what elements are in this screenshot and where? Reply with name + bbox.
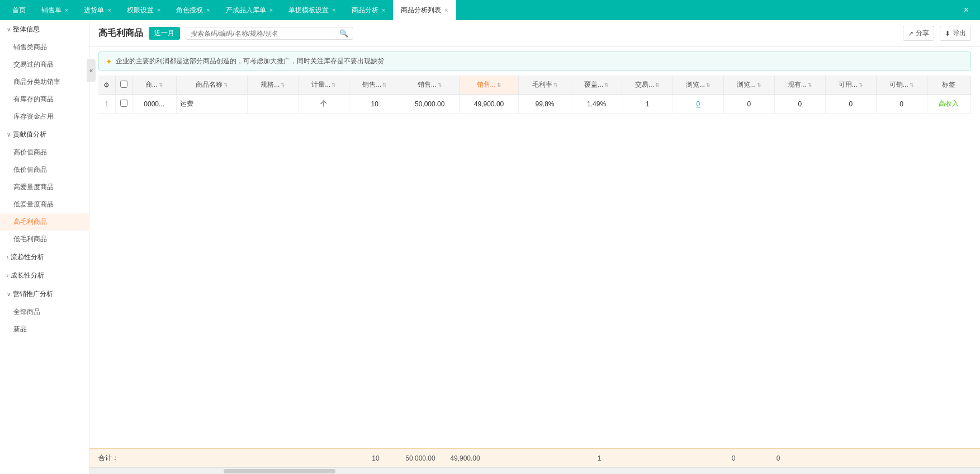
footer-transaction: 1 <box>577 454 622 462</box>
col-unit[interactable]: 计量... ⇅ <box>299 76 349 95</box>
sidebar-item-stock-goods[interactable]: 有库存的商品 <box>0 91 89 108</box>
sidebar-item-all-goods[interactable]: 全部商品 <box>0 303 89 321</box>
nav-item-template[interactable]: 单据模板设置 × <box>281 0 343 20</box>
sidebar-item-sales-goods[interactable]: 销售类商品 <box>0 39 89 56</box>
row-code: 0000... <box>132 95 176 114</box>
col-sales-amount[interactable]: 销售... ⇅ <box>400 76 460 95</box>
col-current-stock[interactable]: 现有... ⇅ <box>774 76 825 95</box>
sidebar-section-growth[interactable]: › 成长性分析 <box>0 266 89 285</box>
sidebar-section-contribution[interactable]: ∨ 贡献值分析 <box>0 125 89 144</box>
col-sales-cost[interactable]: 销售... ⇅ <box>460 76 519 95</box>
sort-icon: ⇅ <box>224 82 228 88</box>
nav-item-analysis[interactable]: 商品分析 × <box>344 0 393 20</box>
row-gross-margin: 99.8% <box>518 95 571 114</box>
col-coverage[interactable]: 覆盖... ⇅ <box>571 76 622 95</box>
search-box: 🔍 <box>186 27 353 40</box>
close-icon[interactable]: × <box>157 7 160 13</box>
close-icon[interactable]: × <box>332 7 335 13</box>
settings-icon: ⚙ <box>103 81 110 89</box>
nav-item-analysis-list[interactable]: 商品分析列表 × <box>393 0 456 20</box>
row-select-checkbox[interactable] <box>120 100 127 107</box>
chevron-down-icon: ∨ <box>7 26 11 32</box>
nav-item-sales[interactable]: 销售单 × <box>34 0 76 20</box>
table-wrapper: ⚙ 商... ⇅ 商品名称 <box>98 76 971 448</box>
sidebar-item-category-rate[interactable]: 商品分类助销率 <box>0 73 89 91</box>
col-sales-qty[interactable]: 销售... ⇅ <box>349 76 400 95</box>
close-icon[interactable]: × <box>107 7 111 13</box>
col-spec[interactable]: 规格... ⇅ <box>248 76 299 95</box>
sidebar-section-marketing[interactable]: ∨ 营销推广分析 <box>0 285 89 303</box>
sidebar-item-low-value[interactable]: 低价值商品 <box>0 161 89 179</box>
chevron-right-icon: › <box>7 273 8 279</box>
sort-icon: ⇅ <box>859 82 863 88</box>
col-tag[interactable]: 标签 <box>927 76 970 95</box>
sidebar-section-overall[interactable]: ∨ 整体信息 <box>0 20 89 39</box>
sidebar-section-trend[interactable]: › 流趋性分析 <box>0 248 89 266</box>
col-available[interactable]: 可用... ⇅ <box>825 76 876 95</box>
chevron-down-icon: ∨ <box>7 132 11 138</box>
horizontal-scrollbar[interactable] <box>89 467 980 474</box>
row-unit: 个 <box>299 95 349 114</box>
select-all-checkbox[interactable] <box>120 81 127 88</box>
sidebar-item-traded-goods[interactable]: 交易过的商品 <box>0 56 89 73</box>
sort-icon: ⇅ <box>808 82 812 88</box>
sidebar-item-stock-capital[interactable]: 库存资金占用 <box>0 108 89 125</box>
row-coverage: 1.49% <box>571 95 622 114</box>
sidebar-item-high-margin[interactable]: 高毛利商品 <box>0 213 89 231</box>
info-banner: ✦ 企业的主要的利润都是这部分商品创造的，可考虑加大推广，同时关注库存是不要出现… <box>98 51 971 71</box>
sidebar-item-high-love[interactable]: 高爱量度商品 <box>0 179 89 196</box>
sort-icon: ⇅ <box>655 82 660 88</box>
share-button[interactable]: ↗ 分享 <box>903 26 934 41</box>
sidebar-collapse-button[interactable]: « <box>87 59 96 82</box>
scrollbar-thumb[interactable] <box>224 469 335 473</box>
col-view1[interactable]: 浏览... ⇅ <box>673 76 723 95</box>
row-saleable: 0 <box>876 95 927 114</box>
col-gross-margin[interactable]: 毛利率 ⇅ <box>518 76 571 95</box>
row-view1[interactable]: 0 <box>673 95 723 114</box>
header-actions: ↗ 分享 ⬇ 导出 <box>903 26 971 41</box>
sidebar: ∨ 整体信息 销售类商品 交易过的商品 商品分类助销率 有库存的商品 库存资金占… <box>0 20 89 474</box>
close-icon[interactable]: × <box>269 7 273 13</box>
col-checkbox[interactable] <box>115 76 132 95</box>
col-settings[interactable]: ⚙ <box>98 76 115 95</box>
sort-icon: ⇅ <box>438 82 442 88</box>
row-sales-qty: 10 <box>349 95 400 114</box>
nav-item-home[interactable]: 首页 <box>4 0 34 20</box>
row-view2: 0 <box>723 95 774 114</box>
sidebar-item-low-love[interactable]: 低爱量度商品 <box>0 196 89 213</box>
search-input[interactable] <box>191 30 339 37</box>
nav-item-role[interactable]: 角色授权 × <box>168 0 217 20</box>
close-icon[interactable]: × <box>206 7 210 13</box>
share-icon: ↗ <box>908 30 913 37</box>
export-button[interactable]: ⬇ 导出 <box>940 26 971 41</box>
nav-item-purchase[interactable]: 进货单 × <box>76 0 119 20</box>
col-saleable[interactable]: 可销... ⇅ <box>876 76 927 95</box>
col-view2[interactable]: 浏览... ⇅ <box>723 76 774 95</box>
sort-icon: ⇅ <box>159 82 163 88</box>
row-checkbox[interactable] <box>115 95 132 114</box>
date-filter-button[interactable]: 近一月 <box>149 27 180 40</box>
page-title: 高毛利商品 <box>98 27 143 39</box>
sidebar-item-low-margin[interactable]: 低毛利商品 <box>0 231 89 248</box>
sort-icon: ⇅ <box>757 82 761 88</box>
col-name[interactable]: 商品名称 ⇅ <box>176 76 248 95</box>
row-sales-cost: 49,900.00 <box>460 95 519 114</box>
footer-sales-qty: 10 <box>353 454 398 462</box>
top-navigation: 首页 销售单 × 进货单 × 权限设置 × 角色授权 × 产成品入库单 × 单据… <box>0 0 980 20</box>
close-icon[interactable]: × <box>444 7 448 13</box>
row-transaction: 1 <box>622 95 673 114</box>
close-icon[interactable]: × <box>382 7 385 13</box>
sidebar-item-high-value[interactable]: 高价值商品 <box>0 144 89 161</box>
col-code[interactable]: 商... ⇅ <box>132 76 176 95</box>
close-icon[interactable]: × <box>65 7 68 13</box>
row-tag: 高收入 <box>927 95 970 114</box>
nav-item-permissions[interactable]: 权限设置 × <box>119 0 168 20</box>
window-close-button[interactable]: × <box>957 5 976 15</box>
footer-sales-amount: 50,000.00 <box>398 454 443 462</box>
nav-item-product-inbound[interactable]: 产成品入库单 × <box>218 0 281 20</box>
sidebar-item-new-goods[interactable]: 新品 <box>0 321 89 338</box>
col-transaction[interactable]: 交易... ⇅ <box>622 76 673 95</box>
search-icon[interactable]: 🔍 <box>339 29 348 37</box>
sort-icon: ⇅ <box>910 82 914 88</box>
sort-icon: ⇅ <box>281 82 285 88</box>
